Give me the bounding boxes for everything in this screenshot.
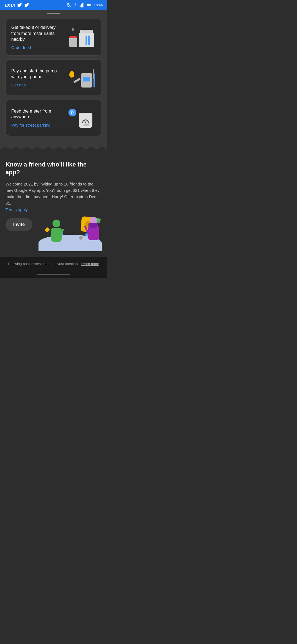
terms-link[interactable]: Terms apply: [6, 207, 28, 212]
home-indicator: [0, 272, 107, 278]
svg-rect-6: [87, 4, 90, 6]
footer-location-text: Showing businesses based on your locatio…: [8, 262, 78, 266]
invite-description-text: Welcome 2021 by inviting up to 10 friend…: [6, 182, 100, 206]
drag-handle: [47, 13, 61, 14]
pay-parking-link[interactable]: Pay for street parking: [11, 123, 61, 127]
food-card-title: Get takeout or delivery from more restau…: [11, 24, 61, 42]
wifi-icon: [73, 2, 78, 7]
food-illustration: [67, 25, 95, 49]
twitter-icon-2: [24, 2, 29, 7]
get-gas-link[interactable]: Get gas: [11, 83, 61, 87]
parking-card-image: P: [66, 105, 96, 130]
gas-card-title: Pay and start the pump with your phone: [11, 68, 61, 80]
invite-button[interactable]: Invite: [6, 218, 32, 231]
parking-card-text: Feed the meter from anywhere Pay for str…: [11, 108, 66, 127]
mute-icon: [66, 2, 71, 7]
food-card-image: [66, 25, 96, 50]
gas-card[interactable]: Pay and start the pump with your phone G…: [6, 59, 102, 96]
character-green: [50, 220, 63, 242]
gas-card-image: [66, 65, 96, 90]
main-content: Get takeout or delivery from more restau…: [0, 15, 107, 143]
svg-rect-1: [80, 6, 81, 8]
invite-description: Welcome 2021 by inviting up to 10 friend…: [6, 181, 102, 213]
status-bar: 10:14 100%: [0, 0, 107, 10]
gas-card-text: Pay and start the pump with your phone G…: [11, 68, 66, 87]
order-food-link[interactable]: Order food: [11, 45, 61, 50]
svg-rect-4: [83, 2, 84, 7]
footer-separator: -: [79, 262, 81, 266]
invite-button-row: Invite $: [6, 218, 102, 251]
learn-more-link[interactable]: Learn more: [81, 262, 99, 266]
shape-diamond-yellow: [45, 227, 50, 233]
signal-icon: [79, 2, 84, 7]
invite-section: Know a friend who'll like the app? Welco…: [0, 154, 107, 257]
parking-card[interactable]: Feed the meter from anywhere Pay for str…: [6, 100, 102, 136]
food-card[interactable]: Get takeout or delivery from more restau…: [6, 19, 102, 56]
invite-title: Know a friend who'll like the app?: [6, 161, 102, 176]
battery-percentage: 100%: [94, 3, 103, 7]
home-bar: [37, 274, 70, 275]
drag-handle-area: [0, 10, 107, 15]
invite-illustration: $: [41, 215, 102, 251]
status-left: 10:14: [4, 2, 29, 7]
bottom-footer: Showing businesses based on your locatio…: [0, 257, 107, 272]
parking-card-title: Feed the meter from anywhere: [11, 108, 61, 120]
char-purple-hair: [89, 223, 98, 228]
char-green-head: [53, 220, 60, 227]
twitter-icon-1: [17, 2, 22, 7]
svg-rect-3: [82, 3, 83, 7]
battery-icon: [86, 2, 92, 7]
gas-illustration: [67, 66, 95, 89]
status-right: 100%: [66, 2, 103, 7]
status-time: 10:14: [4, 3, 15, 7]
parking-illustration: P: [67, 106, 95, 129]
footer-text: Showing businesses based on your locatio…: [8, 262, 99, 266]
food-card-text: Get takeout or delivery from more restau…: [11, 24, 66, 50]
wave-divider: [0, 143, 107, 154]
svg-rect-2: [81, 4, 82, 7]
character-purple: [85, 217, 102, 242]
